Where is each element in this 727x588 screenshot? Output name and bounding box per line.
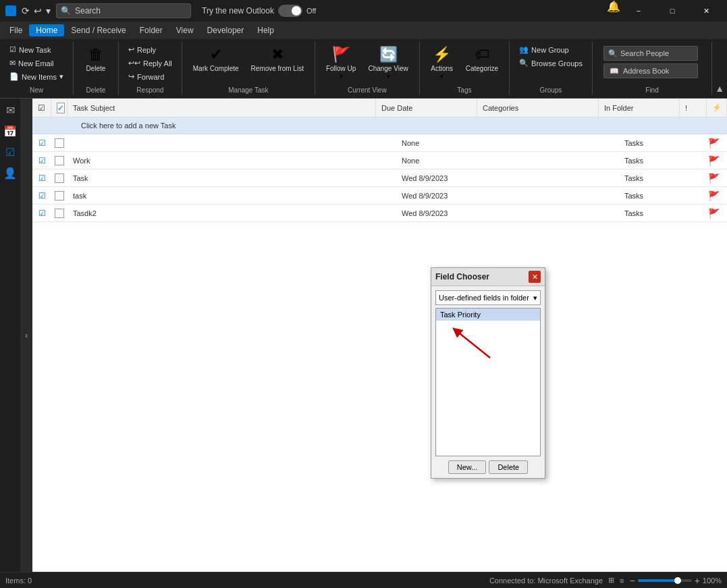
minimize-button[interactable]: −	[623, 0, 654, 22]
field-chooser-dialog[interactable]: Field Chooser ✕ User-defined fields in f…	[431, 267, 545, 479]
checked-icon: ✓	[57, 103, 64, 113]
dialog-close-button[interactable]: ✕	[529, 271, 541, 283]
zoom-bar[interactable]	[638, 579, 692, 582]
add-task-row[interactable]: Click here to add a new Task	[32, 117, 727, 134]
tags-group-label: Tags	[425, 84, 504, 94]
header-categories-col[interactable]: Categories	[477, 99, 599, 117]
task-row-icon: ☑	[32, 138, 51, 148]
ribbon-collapse-button[interactable]: ▲	[712, 82, 727, 95]
task-row-checkbox[interactable]	[51, 191, 68, 201]
task-row-checkbox[interactable]	[51, 156, 68, 165]
new-task-button[interactable]: ☑ New Task	[5, 43, 68, 56]
task-row-checkbox[interactable]	[51, 173, 68, 183]
sidebar-icon-mail[interactable]: ✉	[6, 104, 15, 117]
address-book-button[interactable]: 📖 Address Book	[603, 63, 698, 78]
zoom-thumb	[674, 577, 681, 584]
follow-up-button[interactable]: 🚩 Follow Up ▾	[321, 43, 361, 82]
header-due-date-col[interactable]: Due Date	[376, 99, 477, 117]
change-view-button[interactable]: 🔄 Change View ▾	[362, 43, 413, 82]
sidebar-icon-tasks[interactable]: ☑	[5, 146, 15, 159]
undo-icon[interactable]: ↩	[34, 5, 42, 16]
menu-help[interactable]: Help	[250, 24, 281, 36]
task-row-flag[interactable]: 🚩	[700, 155, 727, 166]
new-items-button[interactable]: 📄 New Items ▾	[5, 70, 68, 83]
refresh-icon[interactable]: ⟳	[22, 5, 30, 16]
task-row-checkbox[interactable]	[51, 209, 68, 218]
task-row[interactable]: ☑ None Tasks 🚩	[32, 134, 727, 152]
respond-col: ↩ Reply ↩↩ Reply All ↪ Forward	[124, 43, 176, 83]
task-row-subject: Tasdk2	[68, 209, 396, 217]
ribbon-group-find: 🔍 Search People 📖 Address Book Find	[593, 42, 712, 95]
list-item-task-priority[interactable]: Task Priority	[436, 309, 540, 321]
search-people-input[interactable]: 🔍 Search People	[603, 46, 698, 61]
task-row[interactable]: ☑ Work None Tasks 🚩	[32, 152, 727, 169]
view-normal-icon[interactable]: ⊞	[608, 576, 614, 585]
sidebar-collapse-button[interactable]: ›	[20, 99, 32, 572]
new-email-icon: ✉	[9, 59, 16, 68]
task-row-flag[interactable]: 🚩	[700, 190, 727, 201]
header-subject-col[interactable]: Task Subject	[68, 99, 376, 117]
task-row[interactable]: ☑ task Wed 8/9/2023 Tasks 🚩	[32, 187, 727, 205]
header-in-folder-col[interactable]: In Folder	[599, 99, 680, 117]
try-new-toggle[interactable]	[278, 5, 302, 17]
mark-complete-button[interactable]: ✔ Mark Complete	[188, 43, 244, 76]
zoom-in-button[interactable]: +	[695, 575, 700, 586]
task-row-due-date: None	[396, 157, 497, 165]
notification-icon[interactable]: 🔔	[607, 0, 620, 22]
reply-all-icon: ↩↩	[128, 59, 140, 68]
new-email-button[interactable]: ✉ New Email	[5, 57, 68, 70]
task-row-due-date: Wed 8/9/2023	[396, 209, 497, 217]
new-field-button[interactable]: New...	[448, 460, 487, 474]
menu-folder[interactable]: Folder	[133, 24, 169, 36]
sidebar-icon-people[interactable]: 👤	[3, 167, 17, 180]
nav-icons: ⟳ ↩ ▾	[22, 5, 51, 16]
find-group-label: Find	[598, 84, 706, 94]
task-row[interactable]: ☑ Tasdk2 Wed 8/9/2023 Tasks 🚩	[32, 205, 727, 222]
browse-groups-button[interactable]: 🔍 Browse Groups	[515, 57, 587, 70]
menu-file[interactable]: File	[3, 24, 29, 36]
app-icon	[5, 5, 16, 16]
task-row-flag[interactable]: 🚩	[700, 208, 727, 219]
task-row-flag[interactable]: 🚩	[700, 173, 727, 184]
header-importance-col[interactable]: !	[680, 99, 707, 117]
view-compact-icon[interactable]: ≡	[620, 577, 624, 585]
delete-group-label: Delete	[79, 84, 113, 94]
task-row-icon: ☑	[32, 156, 51, 165]
remove-from-list-button[interactable]: ✖ Remove from List	[246, 43, 309, 76]
field-chooser-list[interactable]: Task Priority	[435, 308, 541, 456]
close-button[interactable]: ✕	[691, 0, 722, 22]
title-bar: ⟳ ↩ ▾ 🔍 Search Try the new Outlook Off 🔔…	[0, 0, 727, 22]
categorize-button[interactable]: 🏷 Categorize	[460, 43, 504, 76]
reply-all-button[interactable]: ↩↩ Reply All	[124, 57, 176, 70]
header-filter-col[interactable]: ⚡	[707, 99, 727, 117]
select-all-checkbox[interactable]: ✓	[57, 103, 65, 113]
dropdown-chevron: ▾	[533, 294, 537, 302]
quick-access-icon[interactable]: ▾	[46, 5, 51, 16]
groups-buttons: 👥 New Group 🔍 Browse Groups	[515, 43, 587, 84]
task-row[interactable]: ☑ Task Wed 8/9/2023 Tasks 🚩	[32, 169, 727, 187]
actions-button[interactable]: ⚡ Actions ▾	[425, 43, 459, 82]
task-row-checkbox[interactable]	[51, 138, 68, 148]
reply-button[interactable]: ↩ Reply	[124, 43, 176, 56]
zoom-out-button[interactable]: −	[629, 575, 635, 586]
header-checkbox-col: ✓	[51, 99, 68, 117]
change-view-chevron: ▾	[387, 73, 390, 80]
follow-up-chevron: ▾	[340, 73, 343, 80]
menu-home[interactable]: Home	[29, 24, 64, 36]
delete-field-button[interactable]: Delete	[489, 460, 528, 474]
menu-send-receive[interactable]: Send / Receive	[64, 24, 132, 36]
task-row-flag[interactable]: 🚩	[700, 138, 727, 149]
sidebar-icon-calendar[interactable]: 📅	[3, 125, 17, 138]
menu-view[interactable]: View	[169, 24, 200, 36]
field-chooser-dropdown[interactable]: User-defined fields in folder ▾	[435, 290, 541, 305]
connection-status: Connected to: Microsoft Exchange	[489, 577, 603, 585]
menu-developer[interactable]: Developer	[200, 24, 251, 36]
title-search-box[interactable]: 🔍 Search	[56, 3, 191, 18]
delete-button[interactable]: 🗑 Delete	[79, 43, 113, 76]
maximize-button[interactable]: □	[657, 0, 688, 22]
task-row-due-date: Wed 8/9/2023	[396, 174, 497, 182]
new-group-button[interactable]: 👥 New Group	[515, 43, 587, 56]
reply-icon: ↩	[128, 45, 134, 54]
task-type-icon: ☑	[38, 103, 45, 113]
forward-button[interactable]: ↪ Forward	[124, 70, 176, 83]
